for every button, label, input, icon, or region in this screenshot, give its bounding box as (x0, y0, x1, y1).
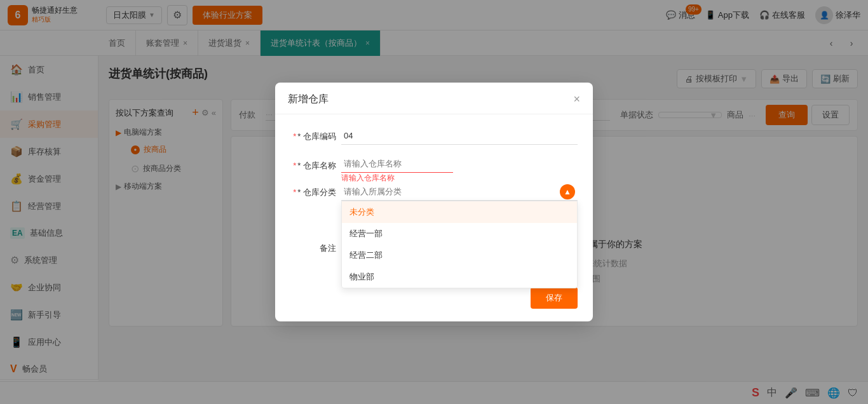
form-row-code: ** 仓库编码 (290, 127, 578, 145)
dropdown-item-dept1[interactable]: 经营一部 (342, 223, 577, 245)
code-label: ** 仓库编码 (290, 127, 341, 142)
dropdown-item-dept3[interactable]: 物业部 (342, 266, 577, 288)
new-warehouse-dialog: 新增仓库 × ** 仓库编码 ** 仓库名称 请输入仓库名称 (275, 83, 593, 321)
name-input[interactable] (341, 155, 453, 173)
note-label: 备注 (290, 239, 341, 254)
dialog-body: ** 仓库编码 ** 仓库名称 请输入仓库名称 ** 仓库分类 ▲ (275, 114, 593, 279)
dialog-title: 新增仓库 (288, 93, 329, 106)
dropdown-item-dept2[interactable]: 经营二部 (342, 245, 577, 266)
save-button[interactable]: 保存 (531, 287, 578, 309)
category-dropdown-arrow-icon[interactable]: ▲ (560, 184, 575, 199)
category-input[interactable] (341, 183, 578, 201)
dropdown-item-uncategorized[interactable]: 未分类 (342, 201, 577, 223)
category-dropdown: 未分类 经营一部 经营二部 物业部 (341, 201, 578, 288)
dialog-close-icon[interactable]: × (573, 93, 580, 106)
category-select-wrapper: ▲ (341, 183, 578, 201)
code-input[interactable] (341, 127, 578, 145)
form-row-category: ** 仓库分类 ▲ 未分类 经营一部 经营二部 物业部 (290, 183, 578, 201)
form-row-name: ** 仓库名称 请输入仓库名称 (290, 155, 578, 173)
dialog-header: 新增仓库 × (275, 83, 593, 114)
name-error-message: 请输入仓库名称 (341, 173, 395, 184)
category-label: ** 仓库分类 (290, 183, 341, 198)
name-label: ** 仓库名称 (290, 156, 341, 172)
